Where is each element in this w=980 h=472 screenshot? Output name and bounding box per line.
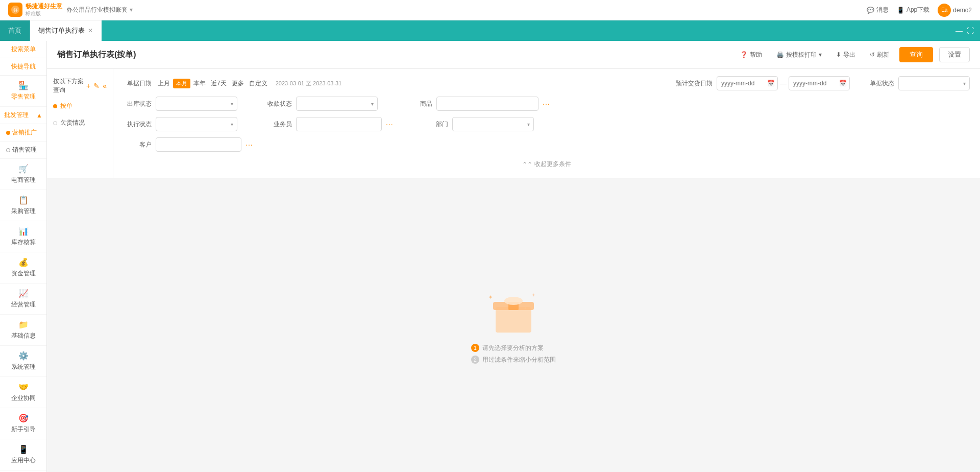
sidebar-item-ecommerce[interactable]: 🛒 电商管理 — [0, 159, 46, 190]
logo-area: 好 畅捷通好生意 标准版 — [8, 3, 62, 17]
template-print-dropdown-icon: ▾ — [819, 51, 822, 58]
edit-scheme-btn[interactable]: ✎ — [93, 82, 100, 90]
collection-status-label: 收款状态 — [264, 100, 292, 108]
data-area: ✦ ✦ ✦ 1 请先选择要分析的方案 2 用过滤条件来缩小分析 — [47, 178, 980, 472]
empty-illustration-svg: ✦ ✦ ✦ — [483, 287, 544, 338]
collapse-label: 收起更多条件 — [534, 160, 571, 169]
delivery-status-select[interactable] — [156, 97, 237, 111]
collection-status-select[interactable] — [296, 97, 378, 111]
filter-date-range-display: 2023-03-01 至 2023-03-31 — [276, 80, 342, 87]
logo-sub: 标准版 — [26, 10, 62, 17]
app-download-btn[interactable]: 📱 App下载 — [897, 6, 929, 14]
sub-sales-label: 销售管理 — [12, 146, 37, 154]
order-status-select[interactable] — [898, 76, 970, 90]
sidebar-system-label: 系统管理 — [11, 363, 36, 371]
date-option-last-month[interactable]: 上月 — [156, 78, 172, 89]
filter-scheme-by-order[interactable]: 按单 — [47, 98, 113, 114]
sidebar-sub-promo[interactable]: 营销推广 — [0, 124, 46, 141]
sidebar-basic-label: 基础信息 — [11, 332, 36, 340]
user-name: demo2 — [953, 7, 972, 14]
filter-form: 单据日期 上月 本月 本年 近7天 更多 自定义 2023-03-0 — [113, 69, 980, 178]
sidebar-item-operations[interactable]: 📈 经营管理 — [0, 284, 46, 315]
date-option-current-month[interactable]: 本月 — [173, 79, 190, 88]
customer-more-icon[interactable]: ··· — [246, 140, 253, 149]
sidebar-item-retail[interactable]: 🏪 零售管理 — [0, 76, 46, 107]
refresh-btn[interactable]: ↺ 刷新 — [866, 49, 893, 61]
page-title: 销售订单执行表(按单) — [57, 50, 136, 60]
tab-close-icon[interactable]: ✕ — [88, 27, 93, 34]
top-bar-left: 好 畅捷通好生意 标准版 办公用品行业模拟账套 ▾ — [8, 3, 133, 17]
step-1-num: 1 — [471, 344, 479, 352]
customer-input[interactable] — [156, 137, 241, 152]
message-btn[interactable]: 💬 消息 — [867, 6, 889, 14]
empty-step-2: 2 用过滤条件来缩小分析范围 — [471, 356, 556, 364]
sidebar-item-retail-label: 零售管理 — [11, 92, 36, 101]
expected-date-to-wrap: 📅 — [789, 76, 850, 90]
tab-maximize-icon[interactable]: ⛶ — [967, 27, 974, 35]
by-order-label: 按单 — [60, 102, 72, 110]
help-icon: ❓ — [740, 51, 748, 58]
sidebar-item-inventory[interactable]: 📊 库存核算 — [0, 221, 46, 252]
enterprise-icon: 🤝 — [18, 382, 29, 392]
salesperson-more-icon[interactable]: ··· — [386, 120, 394, 128]
exec-status-select[interactable] — [156, 117, 237, 131]
tab-home[interactable]: 首页 — [0, 20, 30, 41]
sidebar-ecommerce-label: 电商管理 — [11, 176, 36, 184]
tab-minimize-icon[interactable]: — — [955, 27, 963, 35]
sidebar: 搜索菜单 快捷导航 🏪 零售管理 批发管理 ▲ 营销推广 销售管理 🛒 电商管理… — [0, 41, 47, 472]
search-btn[interactable]: 查询 — [899, 47, 933, 62]
user-area[interactable]: Ea demo2 — [938, 4, 972, 17]
date-option-year[interactable]: 本年 — [191, 78, 208, 89]
sidebar-item-enterprise[interactable]: 🤝 企业协同 — [0, 377, 46, 408]
sidebar-item-basic[interactable]: 📁 基础信息 — [0, 315, 46, 346]
expected-date-from[interactable] — [717, 76, 778, 90]
settings-btn[interactable]: 设置 — [939, 47, 970, 62]
empty-state: ✦ ✦ ✦ 1 请先选择要分析的方案 2 用过滤条件来缩小分析 — [471, 287, 556, 364]
help-label: 帮助 — [750, 51, 762, 59]
collapse-scheme-btn[interactable]: « — [103, 82, 107, 90]
finance-icon: 💰 — [18, 257, 29, 267]
template-print-btn[interactable]: 🖨️ 按模板打印 ▾ — [772, 49, 826, 61]
message-label: 消息 — [876, 6, 889, 14]
sidebar-sub-sales[interactable]: 销售管理 — [0, 141, 46, 159]
sidebar-item-finance[interactable]: 💰 资金管理 — [0, 252, 46, 284]
tab-sales-order[interactable]: 销售订单执行表 ✕ — [30, 20, 102, 41]
sidebar-item-system[interactable]: ⚙️ 系统管理 — [0, 346, 46, 377]
sidebar-item-newuser[interactable]: 🎯 新手引导 — [0, 408, 46, 439]
content-area: 销售订单执行表(按单) ❓ 帮助 🖨️ 按模板打印 ▾ ⬇ 导出 ↺ 刷新 — [47, 41, 980, 472]
filter-scheme-by-debt[interactable]: 欠货情况 — [47, 114, 113, 131]
date-sep: — — [780, 80, 787, 87]
export-btn[interactable]: ⬇ 导出 — [832, 49, 860, 61]
add-scheme-btn[interactable]: + — [86, 82, 90, 90]
sidebar-item-appcenter[interactable]: 📱 应用中心 — [0, 439, 46, 470]
help-btn[interactable]: ❓ 帮助 — [736, 49, 766, 61]
top-bar-right: 💬 消息 📱 App下载 Ea demo2 — [867, 4, 972, 17]
sidebar-item-wholesale[interactable]: 批发管理 ▲ — [0, 107, 46, 124]
tab-bar: 首页 销售订单执行表 ✕ — ⛶ — [0, 20, 980, 41]
sidebar-purchase-label: 采购管理 — [11, 207, 36, 216]
promo-dot-icon — [6, 131, 10, 135]
by-debt-circle-icon — [53, 121, 57, 125]
goods-more-icon[interactable]: ··· — [543, 100, 550, 108]
sidebar-search[interactable]: 搜索菜单 — [0, 41, 46, 58]
dept-select[interactable] — [452, 117, 534, 131]
date-option-7days[interactable]: 近7天 — [209, 78, 229, 89]
top-bar: 好 畅捷通好生意 标准版 办公用品行业模拟账套 ▾ 💬 消息 📱 App下载 E… — [0, 0, 980, 20]
wholesale-label: 批发管理 — [4, 111, 29, 120]
svg-text:好: 好 — [13, 8, 18, 13]
tab-sales-order-label: 销售订单执行表 — [38, 26, 85, 35]
by-order-dot-icon — [53, 104, 57, 108]
purchase-icon: 📋 — [18, 195, 29, 205]
sidebar-item-purchase[interactable]: 📋 采购管理 — [0, 190, 46, 221]
export-label: 导出 — [843, 51, 855, 59]
goods-input[interactable] — [436, 97, 538, 111]
refresh-icon: ↺ — [870, 51, 875, 58]
date-option-custom[interactable]: 自定义 — [247, 78, 270, 89]
breadcrumb-dropdown-icon[interactable]: ▾ — [130, 6, 133, 13]
date-option-more[interactable]: 更多 — [230, 78, 246, 89]
salesperson-input[interactable] — [296, 117, 382, 131]
collapse-up-icon: ⌃⌃ — [522, 161, 532, 168]
sidebar-quick-nav[interactable]: 快捷导航 — [0, 58, 46, 76]
expected-date-to[interactable] — [789, 76, 850, 90]
collapse-filters-btn[interactable]: ⌃⌃ 收起更多条件 — [124, 158, 970, 171]
